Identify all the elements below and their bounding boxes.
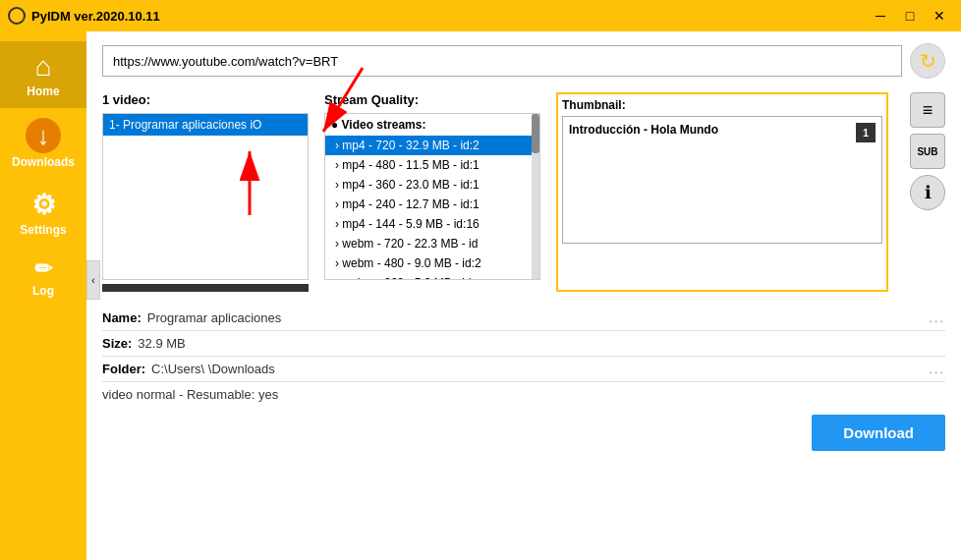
stream-quality-title: Stream Quality: xyxy=(324,92,540,107)
stream-item-0[interactable]: › mp4 - 720 - 32.9 MB - id:2 xyxy=(325,136,532,155)
stream-item-2[interactable]: › mp4 - 360 - 23.0 MB - id:1 xyxy=(325,175,532,195)
folder-row: Folder: C:\Users\ \Downloads ... xyxy=(102,357,945,382)
thumbnail-label: Thumbnail: xyxy=(562,98,882,112)
stream-quality-panel: Stream Quality: ● Video streams: › mp4 -… xyxy=(324,92,540,292)
status-row: video normal - Resumable: yes xyxy=(102,382,945,407)
stream-item-4[interactable]: › mp4 - 144 - 5.9 MB - id:16 xyxy=(325,214,532,234)
sidebar-item-log[interactable]: ✏ Log xyxy=(0,247,86,308)
sidebar-label-settings: Settings xyxy=(20,223,66,237)
url-input[interactable] xyxy=(102,45,902,77)
log-icon: ✏ xyxy=(34,256,52,282)
name-value: Programar aplicaciones xyxy=(147,310,282,325)
size-value: 32.9 MB xyxy=(138,336,185,351)
app-icon: 🅟 xyxy=(8,7,26,25)
sidebar-item-downloads[interactable]: ↓ Downloads xyxy=(0,108,86,179)
status-value: video normal - Resumable: yes xyxy=(102,387,278,402)
sidebar-label-home: Home xyxy=(27,84,59,98)
video-list-item[interactable]: 1- Programar aplicaciones iO xyxy=(103,114,308,136)
stream-item-5[interactable]: › webm - 720 - 22.3 MB - id xyxy=(325,234,532,253)
close-button[interactable]: ✕ xyxy=(926,6,953,26)
content-area: ↻ 1 video: 1- Programar aplicaciones iO … xyxy=(86,31,961,560)
video-section-title: 1 video: xyxy=(102,92,309,107)
main-container: ⌂ Home ↓ Downloads ⚙ Settings ✏ Log ‹ ↻ xyxy=(0,31,961,560)
size-label: Size: xyxy=(102,336,132,351)
sidebar-label-downloads: Downloads xyxy=(12,155,75,169)
sidebar-label-log: Log xyxy=(32,284,54,298)
app-title: PyIDM ver.2020.10.11 xyxy=(31,9,160,24)
name-row: Name: Programar aplicaciones ... xyxy=(102,306,945,331)
sidebar: ⌂ Home ↓ Downloads ⚙ Settings ✏ Log xyxy=(0,31,86,560)
refresh-button[interactable]: ↻ xyxy=(910,43,945,79)
info-button[interactable]: ℹ xyxy=(910,175,945,210)
download-button[interactable]: Download xyxy=(812,415,945,451)
folder-value: C:\Users\ \Downloads xyxy=(151,362,275,376)
name-dots[interactable]: ... xyxy=(929,310,945,325)
video-list-box[interactable]: 1- Programar aplicaciones iO xyxy=(102,113,309,280)
stream-item-6[interactable]: › webm - 480 - 9.0 MB - id:2 xyxy=(325,253,532,273)
url-bar-row: ↻ xyxy=(102,43,945,79)
home-icon: ⌂ xyxy=(35,51,52,83)
stream-item-7[interactable]: › webm - 360 - 5.3 MB - id: xyxy=(325,273,532,279)
right-buttons: ≡ SUB ℹ xyxy=(910,92,945,292)
size-row: Size: 32.9 MB xyxy=(102,331,945,357)
folder-label: Folder: xyxy=(102,362,145,376)
stream-item-1[interactable]: › mp4 - 480 - 11.5 MB - id:1 xyxy=(325,155,532,175)
collapse-toggle[interactable]: ‹ xyxy=(86,260,100,300)
sidebar-item-settings[interactable]: ⚙ Settings xyxy=(0,179,86,247)
maximize-button[interactable]: □ xyxy=(896,6,924,26)
folder-dots[interactable]: ... xyxy=(929,362,945,376)
settings-icon: ⚙ xyxy=(31,189,56,221)
thumbnail-panel: Thumbnail: Introducción - Hola Mundo 1 xyxy=(556,92,888,292)
minimize-button[interactable]: ─ xyxy=(867,6,894,26)
stream-scrollbar[interactable] xyxy=(532,114,539,153)
thumbnail-video-title: Introducción - Hola Mundo xyxy=(569,123,856,137)
downloads-icon: ↓ xyxy=(26,118,61,153)
titlebar: 🅟 PyIDM ver.2020.10.11 ─ □ ✕ xyxy=(0,0,961,31)
video-list-panel: 1 video: 1- Programar aplicaciones iO xyxy=(102,92,309,292)
subtitle-button[interactable]: SUB xyxy=(910,134,945,169)
name-label: Name: xyxy=(102,310,141,325)
thumbnail-badge: 1 xyxy=(856,123,876,142)
video-list-scrollbar[interactable] xyxy=(102,284,309,292)
download-btn-row: Download xyxy=(102,415,945,451)
stream-item-3[interactable]: › mp4 - 240 - 12.7 MB - id:1 xyxy=(325,195,532,214)
titlebar-left: 🅟 PyIDM ver.2020.10.11 xyxy=(8,7,160,25)
sidebar-item-home[interactable]: ⌂ Home xyxy=(0,41,86,108)
stream-quality-box[interactable]: ● Video streams: › mp4 - 720 - 32.9 MB -… xyxy=(324,113,540,280)
window-controls: ─ □ ✕ xyxy=(867,6,953,26)
list-button[interactable]: ≡ xyxy=(910,92,945,128)
stream-section-label: ● Video streams: xyxy=(325,114,532,136)
mid-section: 1 video: 1- Programar aplicaciones iO St… xyxy=(102,92,945,292)
refresh-icon: ↻ xyxy=(920,49,936,73)
bottom-info: Name: Programar aplicaciones ... Size: 3… xyxy=(102,306,945,407)
thumbnail-content: Introducción - Hola Mundo 1 xyxy=(562,116,882,244)
